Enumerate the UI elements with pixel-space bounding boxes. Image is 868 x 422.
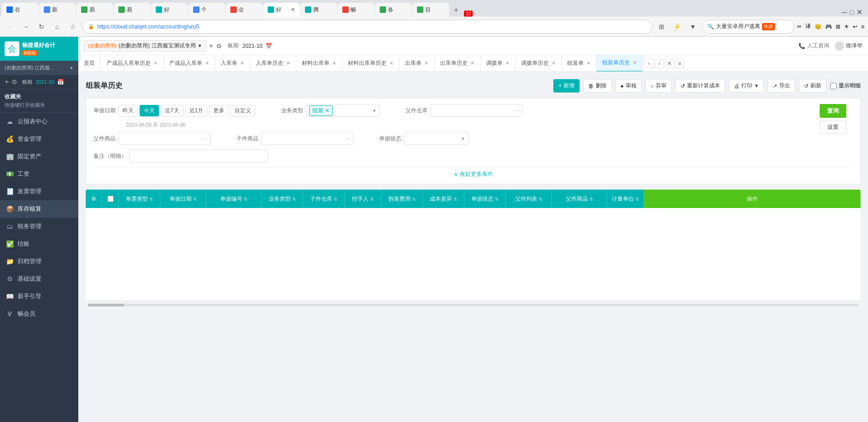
sidebar-item-cloud-report[interactable]: ☁ 云报表中心 xyxy=(0,113,78,130)
tab-out-order[interactable]: 出库单 ✕ xyxy=(399,55,434,72)
sidebar-item-member[interactable]: V 畅会员 xyxy=(0,305,78,323)
th-number[interactable]: 单据编号 ⇅ xyxy=(206,190,262,208)
settings-icon[interactable]: ⚙ xyxy=(12,78,18,86)
browser-tab-8[interactable]: 好 ✕ xyxy=(263,3,300,17)
undo-icon[interactable]: ↩ xyxy=(853,23,857,30)
tab-close-icon[interactable]: ✕ xyxy=(424,60,428,66)
tab-close-icon[interactable]: ✕ xyxy=(240,60,244,66)
browser-tab-3[interactable]: 易 xyxy=(76,3,113,17)
child-goods-three-dots[interactable]: ··· xyxy=(346,135,350,142)
tab-close-icon[interactable]: ✕ xyxy=(586,60,591,66)
tab-home[interactable]: 首页 xyxy=(78,55,101,72)
show-detail-checkbox[interactable] xyxy=(830,83,837,89)
bill-status-select[interactable]: ▼ xyxy=(404,132,469,145)
back-button[interactable]: ← xyxy=(4,20,17,33)
parent-goods-three-dots[interactable]: ··· xyxy=(203,135,207,142)
sun-icon[interactable]: ☀ xyxy=(844,23,849,30)
tabs-menu-button[interactable]: ≡ xyxy=(675,59,684,68)
tabs-close-button[interactable]: ✕ xyxy=(665,59,674,68)
note-input[interactable] xyxy=(129,150,268,162)
sidebar-item-invoice[interactable]: 🧾 发票管理 xyxy=(0,183,78,200)
custom-btn[interactable]: 自定义 xyxy=(230,105,255,116)
add-company-icon[interactable]: + xyxy=(5,78,9,86)
tabs-prev-button[interactable]: ‹ xyxy=(645,59,654,68)
th-parent-goods[interactable]: 父件商品 ⇅ xyxy=(552,190,607,208)
tab-in-history[interactable]: 入库单历史 ✕ xyxy=(250,55,296,72)
tab-close-icon[interactable]: ✕ xyxy=(551,60,556,66)
sidebar-item-payroll[interactable]: 💵 工资 xyxy=(0,165,78,183)
grid-view-button[interactable]: ⊞ xyxy=(655,20,668,33)
show-detail-checkbox-label[interactable]: 显示明细 xyxy=(830,82,861,90)
tab-material-out-history[interactable]: 材料出库单历史 ✕ xyxy=(342,55,399,72)
week-btn[interactable]: 近7天 xyxy=(161,105,183,116)
tab-close-icon[interactable]: ✕ xyxy=(153,60,158,66)
emoji-icon[interactable]: 😊 xyxy=(815,23,821,30)
parent-goods-input[interactable]: ··· xyxy=(118,132,211,145)
browser-tab-2[interactable]: 新 xyxy=(39,3,76,17)
tab-finished-in[interactable]: 产成品入库单 ✕ xyxy=(164,55,215,72)
lightning-button[interactable]: ⚡ xyxy=(671,20,684,33)
add-account-icon[interactable]: + xyxy=(209,42,213,50)
th-biz[interactable]: 业务类型 ⇅ xyxy=(262,190,303,208)
translate-icon[interactable]: 译 xyxy=(805,23,811,30)
biz-tag-close[interactable]: ✕ xyxy=(325,108,329,114)
print-button[interactable]: 🖨 打印 ▼ xyxy=(729,79,764,92)
add-button[interactable]: + 新增 xyxy=(553,79,579,92)
new-tab-button[interactable]: + xyxy=(450,4,463,17)
browser-tab-5[interactable]: 好 xyxy=(151,3,188,17)
home-button[interactable]: ⌂ xyxy=(51,20,64,33)
tab-assemble-history[interactable]: 组装单历史 ✕ xyxy=(597,55,643,72)
tab-finished-in-history[interactable]: 产成品入库单历史 ✕ xyxy=(101,55,164,72)
tab-material-out[interactable]: 材料出库单 ✕ xyxy=(296,55,342,72)
sidebar-item-tax[interactable]: 🗂 税务管理 xyxy=(0,218,78,235)
calendar-icon[interactable]: 📅 xyxy=(57,79,64,85)
three-dots-icon[interactable]: ··· xyxy=(515,107,519,114)
th-parent-list[interactable]: 父件列表 ⇅ xyxy=(506,190,552,208)
browser-tab-11[interactable]: 各 xyxy=(375,3,412,17)
tab-transfer[interactable]: 调拨单 ✕ xyxy=(481,55,516,72)
user-info[interactable]: 徐泽华 xyxy=(835,41,862,51)
game-icon[interactable]: 🎮 xyxy=(825,23,832,30)
tab-transfer-history[interactable]: 调拨单历史 ✕ xyxy=(516,55,562,72)
parent-warehouse-input[interactable]: ··· xyxy=(430,104,522,117)
sidebar-item-fund[interactable]: 💰 资金管理 xyxy=(0,130,78,148)
minimize-button[interactable]: ─ xyxy=(842,8,847,17)
th-status[interactable]: 单据状态 ⇅ xyxy=(464,190,506,208)
more-btn[interactable]: 更多 xyxy=(209,105,229,116)
today-btn[interactable]: 今天 xyxy=(140,105,159,116)
service-button[interactable]: 📞 人工咨询 xyxy=(798,42,829,50)
search-area[interactable]: 🔍 大量安卓用户逃离 热搜 xyxy=(702,20,794,34)
th-check[interactable] xyxy=(102,190,119,208)
recalculate-button[interactable]: ↺ 重新计算成本 xyxy=(675,79,725,92)
tab-close-icon[interactable]: ✕ xyxy=(286,60,290,66)
forward-button[interactable]: → xyxy=(19,20,32,33)
calendar-icon[interactable]: 📅 xyxy=(265,43,272,49)
tab-assemble[interactable]: 组装单 ✕ xyxy=(562,55,597,72)
refresh-browser-button[interactable]: ↻ xyxy=(35,20,48,33)
layout-icon[interactable]: ⊞ xyxy=(836,23,840,30)
audit-button[interactable]: ● 审核 xyxy=(616,79,642,92)
bookmark-button[interactable]: ☆ xyxy=(66,20,79,33)
th-disassemble[interactable]: 拆装费用 ⇅ xyxy=(381,190,423,208)
tab-close-icon[interactable]: ✕ xyxy=(470,60,475,66)
child-goods-input[interactable]: ··· xyxy=(261,132,353,145)
menu-icon[interactable]: ≡ xyxy=(861,23,864,30)
refresh-button[interactable]: ↺ 刷新 xyxy=(799,79,827,92)
set-button[interactable]: 设置 xyxy=(820,121,846,134)
th-date[interactable]: 单据日期 ⇅ xyxy=(160,190,206,208)
browser-tab-12[interactable]: 目 xyxy=(412,3,449,17)
tab-out-history[interactable]: 出库单历史 ✕ xyxy=(434,55,481,72)
th-unit[interactable]: 计量单位 ⇅ xyxy=(607,190,644,208)
collapse-button[interactable]: ∧ 收起更多条件 xyxy=(94,167,853,178)
dropdown-button[interactable]: ▼ xyxy=(686,20,699,33)
browser-tab-1[interactable]: 在 xyxy=(2,3,39,17)
tab-close-icon[interactable]: ✕ xyxy=(505,60,510,66)
tab-in-order[interactable]: 入库单 ✕ xyxy=(215,55,250,72)
browser-tab-9[interactable]: 腾 xyxy=(300,3,337,17)
sidebar-item-fixed-assets[interactable]: 🏢 固定资产 xyxy=(0,148,78,165)
th-type[interactable]: 单票类型 ⇅ xyxy=(119,190,160,208)
tab-close-icon[interactable]: ✕ xyxy=(633,60,637,66)
browser-tab-10[interactable]: 畅 xyxy=(338,3,375,17)
sidebar-item-settings[interactable]: ⚙ 基础设置 xyxy=(0,270,78,288)
sidebar-company[interactable]: (勿删勿禁用) 江西服宝测试专用 ▼ xyxy=(0,61,78,75)
